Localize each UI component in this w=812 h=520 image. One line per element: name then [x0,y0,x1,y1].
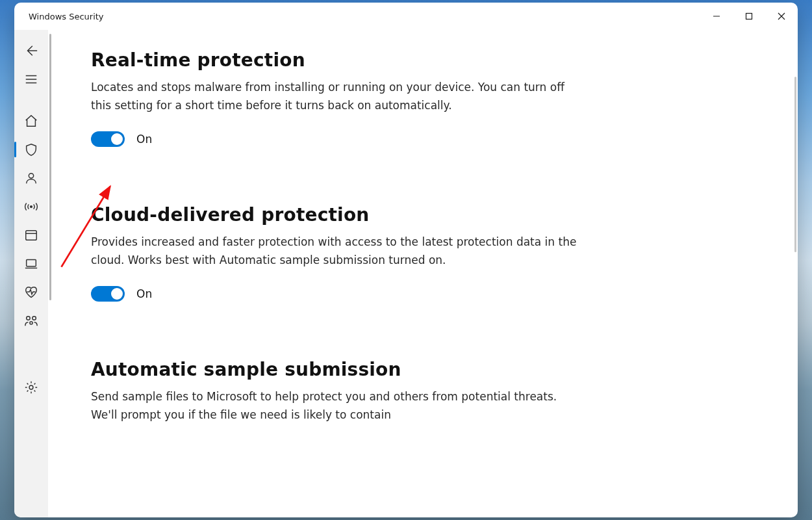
content-scrollbar[interactable] [794,77,796,252]
svg-point-5 [27,317,31,320]
section-cloud-protection: Cloud-delivered protection Provides incr… [91,204,585,302]
svg-point-1 [29,174,33,178]
realtime-protection-toggle[interactable] [91,131,125,147]
nav-rail [14,30,48,517]
toggle-state-label: On [136,133,152,146]
family-icon [24,314,38,328]
back-icon [24,44,38,58]
browser-icon [24,228,38,242]
laptop-icon [24,257,38,271]
section-realtime-protection: Real-time protection Locates and stops m… [91,49,585,147]
section-description: Provides increased and faster protection… [91,233,585,269]
home-icon [24,114,38,128]
nav-firewall[interactable] [14,192,48,221]
close-icon [778,12,785,20]
svg-point-6 [32,317,36,320]
svg-rect-0 [746,14,752,20]
section-description: Send sample files to Microsoft to help p… [91,388,585,424]
nav-home[interactable] [14,107,48,135]
person-icon [24,171,38,185]
shield-icon [24,142,38,157]
section-title: Cloud-delivered protection [91,204,585,226]
toggle-knob [111,133,123,145]
svg-point-2 [31,206,32,208]
content-area: Real-time protection Locates and stops m… [48,30,798,517]
nav-device-performance[interactable] [14,278,48,307]
minimize-button[interactable] [700,3,733,30]
close-button[interactable] [765,3,798,30]
window-controls [700,3,798,30]
heart-pulse-icon [24,285,38,300]
nav-virus-protection[interactable] [14,135,48,164]
svg-rect-4 [27,260,36,266]
window-title: Windows Security [29,12,104,21]
section-title: Real-time protection [91,49,585,71]
nav-device-security[interactable] [14,250,48,278]
antenna-icon [24,200,38,214]
nav-family-options[interactable] [14,307,48,335]
nav-account-protection[interactable] [14,164,48,192]
toggle-state-label: On [136,287,152,300]
back-button[interactable] [14,36,48,65]
svg-point-8 [29,385,33,389]
menu-button[interactable] [14,65,48,94]
window: Windows Security [14,3,798,517]
titlebar[interactable]: Windows Security [14,3,798,30]
section-title: Automatic sample submission [91,359,585,380]
svg-rect-3 [26,231,37,240]
maximize-button[interactable] [733,3,765,30]
gear-icon [24,380,38,395]
maximize-icon [745,12,753,20]
toggle-knob [111,288,123,300]
minimize-icon [713,12,720,20]
section-sample-submission: Automatic sample submission Send sample … [91,359,585,424]
hamburger-icon [24,72,38,86]
nav-settings[interactable] [14,373,48,402]
nav-app-browser-control[interactable] [14,221,48,250]
cloud-protection-toggle[interactable] [91,286,125,302]
section-description: Locates and stops malware from installin… [91,79,585,114]
svg-point-7 [30,322,32,324]
